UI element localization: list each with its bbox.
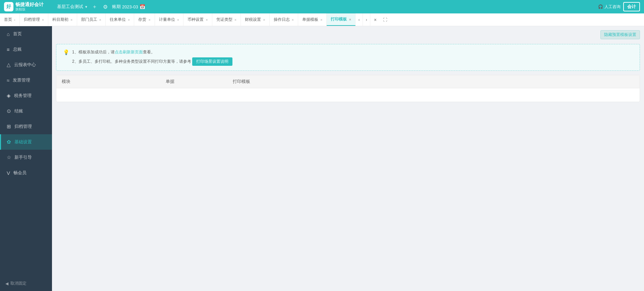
sidebar-item-settings[interactable]: ✿ 基础设置 xyxy=(0,134,52,150)
tab-voucher[interactable]: 凭证类型 × xyxy=(212,13,241,26)
tax-icon: ◈ xyxy=(7,93,11,99)
cancel-fixed-label: 取消固定 xyxy=(10,281,26,286)
app-name: 畅捷通好会计 旗舰版 xyxy=(15,2,44,12)
sidebar-item-tax-label: 税务管理 xyxy=(14,93,32,99)
cancel-fixed-icon: ◀ xyxy=(5,281,8,286)
tab-subject[interactable]: 科目期初 × xyxy=(48,13,77,26)
tab-customer-close[interactable]: × xyxy=(128,18,130,22)
tab-currency-close[interactable]: × xyxy=(206,18,208,22)
period-info: 账期 2023-03 📅 xyxy=(112,4,145,10)
tab-prev-button[interactable]: ‹ xyxy=(356,13,363,26)
tab-inventory-close[interactable]: × xyxy=(148,18,150,22)
tab-oplog-label: 操作日志 xyxy=(274,17,290,22)
tab-home[interactable]: 首页 ‹ xyxy=(0,13,20,26)
tab-voucher-close[interactable]: × xyxy=(234,18,236,22)
tab-dept-close[interactable]: × xyxy=(99,18,101,22)
tab-inventory-label: 存货 xyxy=(138,17,146,22)
col-single-header: 单据 xyxy=(160,75,227,88)
tab-customer[interactable]: 往来单位 × xyxy=(106,13,134,26)
sidebar-item-archive-label: 归档管理 xyxy=(14,124,32,130)
service-button[interactable]: 🎧 人工咨询 xyxy=(598,4,621,10)
top-header: 好 畅捷通好会计 旗舰版 基层工会测试 ▼ ＋ ⚙ 账期 2023-03 📅 🎧… xyxy=(0,0,644,13)
tab-customer-label: 往来单位 xyxy=(110,17,126,22)
sidebar-item-ledger-label: 总账 xyxy=(13,46,22,52)
tab-taxset[interactable]: 财税设置 × xyxy=(241,13,269,26)
calendar-icon[interactable]: 📅 xyxy=(140,4,145,9)
tab-taxset-label: 财税设置 xyxy=(245,17,261,22)
sidebar-item-tax[interactable]: ◈ 税务管理 xyxy=(0,88,52,103)
sidebar-item-report-label: 云报表中心 xyxy=(14,62,36,68)
tab-unit-label: 计量单位 xyxy=(159,17,175,22)
tab-bar: 首页 ‹ 归档管理 × 科目期初 × 部门员工 × 往来单位 × 存货 × 计量… xyxy=(0,13,644,26)
guide-icon: ☆ xyxy=(7,154,11,160)
sidebar-item-ledger[interactable]: ≡ 总账 xyxy=(0,42,52,57)
tab-unit[interactable]: 计量单位 × xyxy=(155,13,183,26)
cancel-fixed-button[interactable]: ◀ 取消固定 xyxy=(0,276,52,291)
tab-voucher-label: 凭证类型 xyxy=(216,17,232,22)
sidebar-item-report[interactable]: △ 云报表中心 xyxy=(0,57,52,72)
main-layout: ⌂ 首页 ≡ 总账 △ 云报表中心 ≈ 发票管理 ◈ 税务管理 ⊙ 结账 ⊞ 归… xyxy=(0,26,644,291)
tab-oplog[interactable]: 操作日志 × xyxy=(270,13,298,26)
company-dropdown-icon: ▼ xyxy=(85,5,88,9)
tab-archive[interactable]: 归档管理 × xyxy=(20,13,48,26)
sidebar-item-close[interactable]: ⊙ 结账 xyxy=(0,103,52,119)
tab-singletemplate-label: 单据模板 xyxy=(302,17,318,22)
sidebar-item-settings-label: 基础设置 xyxy=(14,139,32,145)
notice-row-1: 💡 1、模板添加成功后，请点击刷新新页面查看。 xyxy=(63,49,633,55)
sidebar-item-close-label: 结账 xyxy=(14,108,23,114)
tab-inventory[interactable]: 存货 × xyxy=(134,13,155,26)
bulb-icon: 💡 xyxy=(63,49,69,55)
tab-archive-label: 归档管理 xyxy=(24,17,40,22)
content-area: 隐藏预置模板设置 💡 1、模板添加成功后，请点击刷新新页面查看。 💡 2、多员工… xyxy=(52,26,644,291)
home-icon: ⌂ xyxy=(7,31,10,37)
top-right-actions: 隐藏预置模板设置 xyxy=(56,30,640,42)
tab-home-back-icon[interactable]: ‹ xyxy=(14,18,15,22)
tab-singletemplate-close[interactable]: × xyxy=(320,18,322,22)
logo-area: 好 畅捷通好会计 旗舰版 xyxy=(4,2,54,12)
tab-dept[interactable]: 部门员工 × xyxy=(77,13,106,26)
col-template-header: 打印模板 xyxy=(227,75,640,88)
app-logo-icon: 好 xyxy=(4,2,13,11)
tab-printtemplate-label: 打印模板 xyxy=(331,16,347,22)
tab-printtemplate[interactable]: 打印模板 × xyxy=(327,13,355,26)
add-button[interactable]: ＋ xyxy=(91,3,99,11)
header-right: 🎧 人工咨询 会计 xyxy=(598,2,640,11)
sidebar-item-invoice[interactable]: ≈ 发票管理 xyxy=(0,72,52,88)
sidebar-item-member-label: 畅会员 xyxy=(13,170,26,176)
kuaiji-button[interactable]: 会计 xyxy=(623,2,640,11)
sidebar-item-member[interactable]: V 畅会员 xyxy=(0,165,52,181)
company-name[interactable]: 基层工会测试 ▼ xyxy=(57,4,88,10)
report-icon: △ xyxy=(7,62,11,68)
notice-text-2: 2、多员工、多打印机、多种业务类型设置不同打印方案等，请参考 打印场景设置说明 xyxy=(72,57,232,66)
hide-template-button[interactable]: 隐藏预置模板设置 xyxy=(600,30,640,39)
sidebar-item-home[interactable]: ⌂ 首页 xyxy=(0,26,52,42)
col-module-header: 模块 xyxy=(56,75,160,88)
setting-button[interactable]: ⚙ xyxy=(101,3,109,11)
tab-oplog-close[interactable]: × xyxy=(292,18,294,22)
tab-next-button[interactable]: › xyxy=(363,13,370,26)
sidebar-item-guide[interactable]: ☆ 新手引导 xyxy=(0,150,52,165)
notice-text-1: 1、模板添加成功后，请点击刷新新页面查看。 xyxy=(72,49,155,55)
notice-row-2: 💡 2、多员工、多打印机、多种业务类型设置不同打印方案等，请参考 打印场景设置说… xyxy=(63,57,633,66)
table-body xyxy=(56,88,640,102)
tab-close-all-button[interactable]: × xyxy=(370,13,380,26)
tab-subject-close[interactable]: × xyxy=(70,18,72,22)
archive-icon: ⊞ xyxy=(7,124,11,130)
ledger-icon: ≡ xyxy=(7,47,10,52)
tab-taxset-close[interactable]: × xyxy=(263,18,265,22)
print-scene-button[interactable]: 打印场景设置说明 xyxy=(192,57,232,66)
tab-unit-close[interactable]: × xyxy=(177,18,179,22)
notice-refresh-link[interactable]: 点击刷新新页面 xyxy=(115,50,143,54)
member-icon: V xyxy=(7,170,10,176)
settings-icon: ✿ xyxy=(7,139,11,145)
tab-singletemplate[interactable]: 单据模板 × xyxy=(298,13,327,26)
sidebar-item-home-label: 首页 xyxy=(13,31,22,37)
tab-subject-label: 科目期初 xyxy=(52,17,68,22)
tab-printtemplate-close[interactable]: × xyxy=(349,17,351,21)
tab-currency[interactable]: 币种设置 × xyxy=(183,13,212,26)
tab-expand-button[interactable]: ⛶ xyxy=(380,13,390,26)
header-middle: 基层工会测试 ▼ ＋ ⚙ 账期 2023-03 📅 xyxy=(57,3,595,11)
tab-archive-close[interactable]: × xyxy=(42,18,44,22)
tab-dept-label: 部门员工 xyxy=(81,17,97,22)
sidebar-item-archive[interactable]: ⊞ 归档管理 xyxy=(0,119,52,134)
